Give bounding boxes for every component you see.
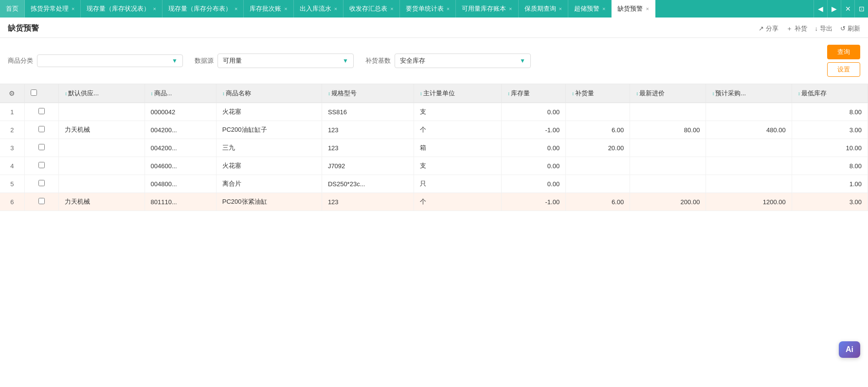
export-icon: ↓	[815, 25, 818, 32]
row-checkbox[interactable]	[24, 157, 59, 175]
refresh-label: 刷新	[848, 24, 860, 33]
col-label-est_purchase: 预计采购...	[715, 89, 746, 97]
category-filter-group: 商品分类 ▼	[8, 54, 183, 67]
col-header-latest_price[interactable]: ↕最新进价	[630, 84, 706, 103]
tab-home[interactable]: 首页	[0, 0, 25, 18]
row-checkbox[interactable]	[24, 103, 59, 121]
tab-close-expiry-query[interactable]: ×	[559, 6, 562, 12]
row-supplier	[59, 103, 145, 121]
tab-close-demand-stat[interactable]: ×	[447, 6, 450, 12]
table-row: 5004800...离合片DS250*23c...只0.001.00	[0, 175, 868, 193]
row-latest-price	[630, 157, 706, 175]
settings-gear-icon[interactable]: ⚙	[9, 89, 15, 97]
col-header-product_name[interactable]: ↕商品名称	[216, 84, 322, 103]
tab-close-button[interactable]: ✕	[841, 0, 854, 18]
col-header-est_purchase[interactable]: ↕预计采购...	[706, 84, 792, 103]
tab-label-inventory-status: 现存量（库存状况表）	[87, 4, 150, 13]
share-icon: ↗	[759, 25, 764, 32]
action-refresh[interactable]: ↺刷新	[840, 24, 860, 33]
row-stock: 0.00	[502, 175, 566, 193]
row-replenish-qty: 6.00	[566, 121, 630, 139]
tab-overstock-warn[interactable]: 超储预警×	[568, 0, 612, 18]
col-header-replenish_qty[interactable]: ↕补货量	[566, 84, 630, 103]
tab-close-inout-flow[interactable]: ×	[334, 6, 337, 12]
tab-expiry-query[interactable]: 保质期查询×	[519, 0, 568, 18]
tab-close-available-ledger[interactable]: ×	[509, 6, 512, 12]
datasource-select[interactable]: 可用量 ▼	[217, 53, 354, 68]
tab-batch-account[interactable]: 库存批次账×	[244, 0, 293, 18]
col-header-min_stock[interactable]: ↕最低库存	[792, 84, 868, 103]
tab-next-button[interactable]: ▶	[827, 0, 841, 18]
row-min-stock: 1.00	[792, 175, 868, 193]
tab-shortage-warn[interactable]: 缺货预警×	[612, 0, 655, 18]
col-header-supplier[interactable]: ↕默认供应...	[59, 84, 145, 103]
table-row: 3004200...三九123箱0.0020.0010.00	[0, 139, 868, 157]
action-export[interactable]: ↓导出	[815, 24, 833, 33]
row-num: 5	[0, 175, 24, 193]
tab-fullscreen-button[interactable]: ⊡	[854, 0, 868, 18]
col-header-spec[interactable]: ↕规格型号	[322, 84, 414, 103]
row-checkbox-input[interactable]	[38, 180, 45, 186]
settings-button[interactable]: 设置	[827, 62, 860, 77]
tab-close-inventory-status[interactable]: ×	[153, 6, 156, 12]
tab-close-shortage-warn[interactable]: ×	[646, 6, 649, 12]
tab-inout-flow[interactable]: 出入库流水×	[294, 0, 344, 18]
tab-inventory-dist[interactable]: 现存量（库存分布表）×	[163, 0, 244, 18]
table-row: 6力天机械801110...PC200张紧油缸123个-1.006.00200.…	[0, 193, 868, 211]
tab-exception[interactable]: 拣货异常处理×	[25, 0, 81, 18]
col-header-unit[interactable]: ↕主计量单位	[414, 84, 501, 103]
tab-close-batch-account[interactable]: ×	[284, 6, 287, 12]
sort-icon-stock: ↕	[507, 91, 510, 96]
row-checkbox-input[interactable]	[38, 144, 45, 150]
tab-inventory-status[interactable]: 现存量（库存状况表）×	[81, 0, 162, 18]
query-button[interactable]: 查询	[827, 45, 860, 59]
action-share[interactable]: ↗分享	[759, 24, 778, 33]
row-supplier	[59, 157, 145, 175]
ai-button[interactable]: Ai	[839, 341, 860, 358]
row-est-purchase	[706, 103, 792, 121]
row-checkbox-input[interactable]	[38, 198, 45, 204]
replenish-basis-chevron-icon: ▼	[520, 57, 525, 64]
row-spec: SS816	[322, 103, 414, 121]
tab-available-ledger[interactable]: 可用量库存账本×	[456, 0, 518, 18]
category-select[interactable]: ▼	[37, 54, 183, 67]
row-min-stock: 8.00	[792, 157, 868, 175]
row-replenish-qty	[566, 175, 630, 193]
tab-close-inventory-dist[interactable]: ×	[235, 6, 237, 12]
tab-demand-stat[interactable]: 要货单统计表×	[400, 0, 456, 18]
row-checkbox-input[interactable]	[38, 126, 45, 132]
row-checkbox-input[interactable]	[38, 162, 45, 168]
sort-icon-unit: ↕	[420, 91, 422, 96]
row-checkbox[interactable]	[24, 121, 59, 139]
tab-prev-button[interactable]: ◀	[814, 0, 827, 18]
row-latest-price	[630, 175, 706, 193]
tab-close-exception[interactable]: ×	[72, 6, 74, 12]
row-min-stock: 8.00	[792, 103, 868, 121]
row-product-code: 0000042	[145, 103, 216, 121]
col-label-stock: 库存量	[511, 89, 530, 97]
data-table: ⚙↕默认供应...↕商品...↕商品名称↕规格型号↕主计量单位↕库存量↕补货量↕…	[0, 84, 868, 211]
col-header-product_code[interactable]: ↕商品...	[145, 84, 216, 103]
replenish-basis-label: 补货基数	[365, 56, 391, 65]
row-stock: 0.00	[502, 157, 566, 175]
row-product-code: 801110...	[145, 193, 216, 211]
tab-label-expiry-query: 保质期查询	[524, 4, 556, 13]
sort-icon-product_code: ↕	[151, 91, 153, 96]
tab-close-collect-summary[interactable]: ×	[390, 6, 393, 12]
row-spec: 123	[322, 139, 414, 157]
row-unit: 个	[414, 121, 501, 139]
col-label-replenish_qty: 补货量	[575, 89, 594, 97]
tab-close-overstock-warn[interactable]: ×	[602, 6, 605, 12]
row-checkbox[interactable]	[24, 139, 59, 157]
col-header-stock[interactable]: ↕库存量	[502, 84, 566, 103]
replenish-basis-select[interactable]: 安全库存 ▼	[395, 53, 531, 68]
tab-collect-summary[interactable]: 收发存汇总表×	[344, 0, 399, 18]
sort-icon-product_name: ↕	[222, 91, 225, 96]
row-checkbox[interactable]	[24, 193, 59, 211]
row-num: 1	[0, 103, 24, 121]
select-all-checkbox[interactable]	[31, 89, 37, 96]
table-row: 10000042火花塞SS816支0.008.00	[0, 103, 868, 121]
row-checkbox-input[interactable]	[38, 108, 45, 114]
row-checkbox[interactable]	[24, 175, 59, 193]
action-replenish[interactable]: ＋补货	[786, 24, 807, 33]
